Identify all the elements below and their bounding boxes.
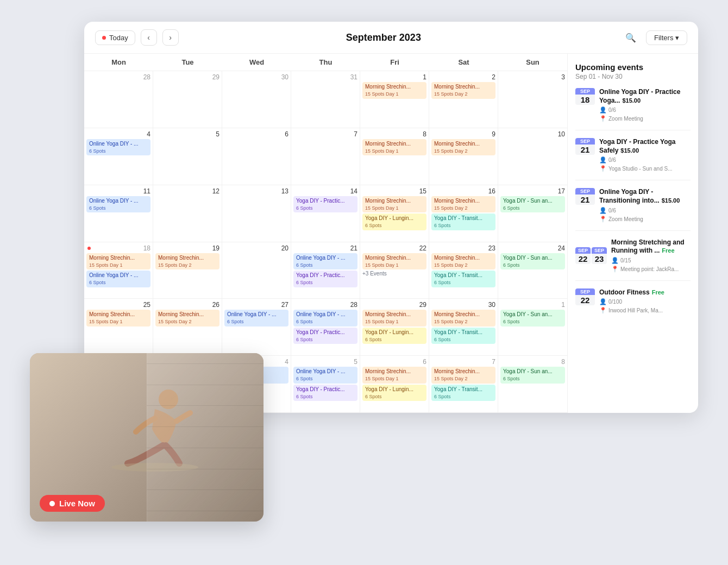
event-chip[interactable]: Online Yoga DIY - ...6 Spots xyxy=(293,253,357,270)
search-button[interactable]: 🔍 xyxy=(621,30,641,45)
upcoming-event-item[interactable]: SEP 21 Online Yoga DIY - Transitioning i… xyxy=(575,188,691,230)
calendar-cell[interactable]: 2Morning Strechin...15 Spots Day 2 xyxy=(429,71,498,128)
upcoming-event-item[interactable]: SEP 22 SEP 23 Morning Stretching and Run… xyxy=(575,238,691,281)
calendar-cell[interactable]: 31 xyxy=(291,71,360,128)
upcoming-event-item[interactable]: SEP 22 Outdoor FitnessFree 👤 0/100 📍 Inw… xyxy=(575,288,691,322)
badge-day: 21 xyxy=(575,194,595,205)
calendar-cell[interactable]: 20 xyxy=(222,242,291,299)
calendar-cell[interactable]: 9Morning Strechin...15 Spots Day 2 xyxy=(429,128,498,185)
calendar-cell[interactable]: 21Online Yoga DIY - ...6 SpotsYoga DIY -… xyxy=(291,242,360,299)
calendar-cell[interactable]: 30Morning Strechin...15 Spots Day 2Yoga … xyxy=(429,299,498,356)
event-chip[interactable]: Morning Strechin...15 Spots Day 2 xyxy=(431,253,495,270)
badge-month: SEP xyxy=(575,88,595,95)
event-chip[interactable]: Morning Strechin...15 Spots Day 1 xyxy=(362,82,426,99)
person-icon: 👤 xyxy=(599,298,607,305)
event-chip[interactable]: Yoga DIY - Lungin...6 Spots xyxy=(362,328,426,344)
calendar-cell[interactable]: 27Online Yoga DIY - ...6 Spots xyxy=(222,299,291,356)
event-chip[interactable]: Morning Strechin...15 Spots Day 1 xyxy=(86,310,150,327)
event-chip[interactable]: Online Yoga DIY - ...6 Spots xyxy=(293,310,357,327)
event-chip[interactable]: Online Yoga DIY - ...6 Spots xyxy=(86,139,150,156)
event-chip[interactable]: Morning Strechin...15 Spots Day 2 xyxy=(431,367,495,384)
badge-day: 23 xyxy=(592,254,607,264)
event-chip[interactable]: Yoga DIY - Sun an...6 Spots xyxy=(500,196,565,213)
calendar-cell[interactable]: 7 xyxy=(291,128,360,185)
event-chip[interactable]: Yoga DIY - Sun an...6 Spots xyxy=(500,367,565,384)
calendar-cell[interactable]: 7Morning Strechin...15 Spots Day 2Yoga D… xyxy=(429,356,498,413)
event-chip[interactable]: Yoga DIY - Practic...6 Spots xyxy=(293,271,357,287)
cell-number: 13 xyxy=(224,187,288,195)
cell-number: 29 xyxy=(362,301,426,309)
calendar-cell[interactable]: 10 xyxy=(498,128,567,185)
upcoming-event-item[interactable]: SEP 18 Online Yoga DIY - Practice Yoga..… xyxy=(575,88,691,130)
event-chip[interactable]: Yoga DIY - Lungin...6 Spots xyxy=(362,214,426,230)
calendar-cell[interactable]: 30 xyxy=(222,71,291,128)
today-button[interactable]: Today xyxy=(95,30,135,45)
calendar-cell[interactable]: 11Online Yoga DIY - ...6 Spots xyxy=(84,185,153,242)
cell-number: 15 xyxy=(362,187,426,195)
event-chip[interactable]: Morning Strechin...15 Spots Day 1 xyxy=(86,253,150,270)
filters-button[interactable]: Filters ▾ xyxy=(646,30,687,45)
event-chip[interactable]: Morning Strechin...15 Spots Day 2 xyxy=(155,253,219,270)
event-chip[interactable]: Morning Strechin...15 Spots Day 2 xyxy=(431,310,495,327)
calendar-cell[interactable]: 6Morning Strechin...15 Spots Day 1Yoga D… xyxy=(360,356,429,413)
calendar-cell[interactable]: 4Online Yoga DIY - ...6 Spots xyxy=(84,128,153,185)
event-chip[interactable]: Morning Strechin...15 Spots Day 1 xyxy=(362,310,426,327)
live-preview-card[interactable]: Live Now xyxy=(30,353,263,522)
calendar-cell[interactable]: 17Yoga DIY - Sun an...6 Spots xyxy=(498,185,567,242)
event-chip[interactable]: Yoga DIY - Transit...6 Spots xyxy=(431,214,495,230)
calendar-cell[interactable]: 14Yoga DIY - Practic...6 Spots xyxy=(291,185,360,242)
calendar-cell[interactable]: 18Morning Strechin...15 Spots Day 1Onlin… xyxy=(84,242,153,299)
event-chip[interactable]: Morning Strechin...15 Spots Day 1 xyxy=(362,367,426,384)
calendar-cell[interactable]: 25Morning Strechin...15 Spots Day 1 xyxy=(84,299,153,356)
calendar-cell[interactable]: 24Yoga DIY - Sun an...6 Spots xyxy=(498,242,567,299)
calendar-cell[interactable]: 5 xyxy=(153,128,222,185)
event-chip[interactable]: Morning Strechin...15 Spots Day 1 xyxy=(362,196,426,213)
calendar-cell[interactable]: 5Online Yoga DIY - ...6 SpotsYoga DIY - … xyxy=(291,356,360,413)
calendar-cell[interactable]: 1Morning Strechin...15 Spots Day 1 xyxy=(360,71,429,128)
event-chip[interactable]: Yoga DIY - Practic...6 Spots xyxy=(293,328,357,344)
calendar-cell[interactable]: 28Online Yoga DIY - ...6 SpotsYoga DIY -… xyxy=(291,299,360,356)
calendar-cell[interactable]: 12 xyxy=(153,185,222,242)
calendar-cell[interactable]: 8Morning Strechin...15 Spots Day 1 xyxy=(360,128,429,185)
event-chip[interactable]: Online Yoga DIY - ...6 Spots xyxy=(86,196,150,213)
event-chip[interactable]: Morning Strechin...15 Spots Day 2 xyxy=(431,139,495,156)
event-chip[interactable]: Yoga DIY - Transit...6 Spots xyxy=(431,385,495,401)
event-chip[interactable]: Yoga DIY - Transit...6 Spots xyxy=(431,271,495,287)
person-icon: 👤 xyxy=(599,207,607,214)
event-chip[interactable]: Yoga DIY - Practic...6 Spots xyxy=(293,196,357,213)
calendar-cell[interactable]: 22Morning Strechin...15 Spots Day 1+3 Ev… xyxy=(360,242,429,299)
event-chip[interactable]: Morning Strechin...15 Spots Day 2 xyxy=(431,82,495,99)
event-chip[interactable]: Morning Strechin...15 Spots Day 1 xyxy=(362,139,426,156)
event-price: $15.00 xyxy=(622,97,641,104)
upcoming-event-item[interactable]: SEP 21 Yoga DIY - Practice Yoga Safely$1… xyxy=(575,138,691,180)
more-events[interactable]: +3 Events xyxy=(362,271,426,277)
calendar-cell[interactable]: 15Morning Strechin...15 Spots Day 1Yoga … xyxy=(360,185,429,242)
event-chip[interactable]: Online Yoga DIY - ...6 Spots xyxy=(293,367,357,384)
event-chip[interactable]: Yoga DIY - Sun an...6 Spots xyxy=(500,253,565,270)
event-chip[interactable]: Online Yoga DIY - ...6 Spots xyxy=(224,310,288,327)
event-location: 📍 Zoom Meeting xyxy=(599,115,691,122)
event-chip[interactable]: Morning Strechin...15 Spots Day 2 xyxy=(155,310,219,327)
spots-value: 0/15 xyxy=(620,258,631,263)
cell-number: 30 xyxy=(431,301,495,309)
event-name: Morning Stretching and Running with ...F… xyxy=(611,238,691,255)
event-chip[interactable]: Online Yoga DIY - ...6 Spots xyxy=(86,271,150,287)
event-chip[interactable]: Yoga DIY - Transit...6 Spots xyxy=(431,328,495,344)
calendar-cell[interactable]: 26Morning Strechin...15 Spots Day 2 xyxy=(153,299,222,356)
event-chip[interactable]: Morning Strechin...15 Spots Day 2 xyxy=(431,196,495,213)
event-chip[interactable]: Morning Strechin...15 Spots Day 1 xyxy=(362,253,426,270)
calendar-cell[interactable]: 13 xyxy=(222,185,291,242)
event-chip[interactable]: Yoga DIY - Practic...6 Spots xyxy=(293,385,357,401)
calendar-cell[interactable]: 1Yoga DIY - Sun an...6 Spots xyxy=(498,299,567,356)
calendar-cell[interactable]: 19Morning Strechin...15 Spots Day 2 xyxy=(153,242,222,299)
calendar-cell[interactable]: 28 xyxy=(84,71,153,128)
event-chip[interactable]: Yoga DIY - Sun an...6 Spots xyxy=(500,310,565,327)
calendar-cell[interactable]: 29Morning Strechin...15 Spots Day 1Yoga … xyxy=(360,299,429,356)
calendar-cell[interactable]: 23Morning Strechin...15 Spots Day 2Yoga … xyxy=(429,242,498,299)
calendar-cell[interactable]: 16Morning Strechin...15 Spots Day 2Yoga … xyxy=(429,185,498,242)
calendar-cell[interactable]: 8Yoga DIY - Sun an...6 Spots xyxy=(498,356,567,413)
calendar-cell[interactable]: 3 xyxy=(498,71,567,128)
calendar-cell[interactable]: 29 xyxy=(153,71,222,128)
calendar-cell[interactable]: 6 xyxy=(222,128,291,185)
event-chip[interactable]: Yoga DIY - Lungin...6 Spots xyxy=(362,385,426,401)
